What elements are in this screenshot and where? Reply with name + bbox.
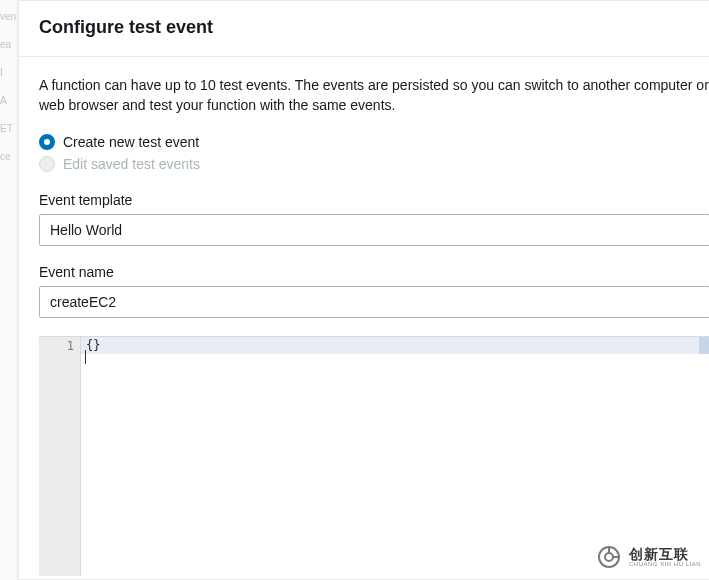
watermark-text: 创新互联 CHUANG XIN HU LIAN xyxy=(629,547,701,567)
code-content: {} xyxy=(85,337,101,354)
code-area[interactable]: {} xyxy=(81,337,709,576)
radio-label: Create new test event xyxy=(63,134,199,150)
field-label: Event name xyxy=(39,264,709,280)
radio-icon xyxy=(39,134,55,150)
field-label: Event template xyxy=(39,192,709,208)
select-value: Hello World xyxy=(50,222,122,238)
watermark-sub: CHUANG XIN HU LIAN xyxy=(629,561,701,567)
background-truncated-text: ven ea I A ET ce xyxy=(0,0,18,580)
modal-body: A function can have up to 10 test events… xyxy=(19,57,709,576)
minimap-indicator xyxy=(699,337,709,354)
code-line[interactable]: {} xyxy=(81,337,709,354)
radio-icon xyxy=(39,156,55,172)
radio-edit-saved-test-events: Edit saved test events xyxy=(39,156,709,172)
modal-description: A function can have up to 10 test events… xyxy=(39,75,709,116)
radio-create-new-test-event[interactable]: Create new test event xyxy=(39,134,709,150)
event-template-field: Event template Hello World xyxy=(39,192,709,246)
svg-point-1 xyxy=(605,553,613,561)
modal-header: Configure test event xyxy=(19,1,709,57)
configure-test-event-modal: Configure test event A function can have… xyxy=(18,0,709,580)
code-gutter: 1 xyxy=(39,337,81,576)
watermark: 创新互联 CHUANG XIN HU LIAN xyxy=(589,542,709,572)
watermark-main: 创新互联 xyxy=(629,547,701,561)
radio-label: Edit saved test events xyxy=(63,156,200,172)
line-number: 1 xyxy=(39,339,74,353)
code-editor[interactable]: 1 {} xyxy=(39,336,709,576)
watermark-logo-icon xyxy=(597,545,621,569)
event-template-select[interactable]: Hello World xyxy=(39,214,709,246)
event-name-input[interactable] xyxy=(39,286,709,318)
event-name-field: Event name xyxy=(39,264,709,318)
modal-title: Configure test event xyxy=(39,17,689,38)
